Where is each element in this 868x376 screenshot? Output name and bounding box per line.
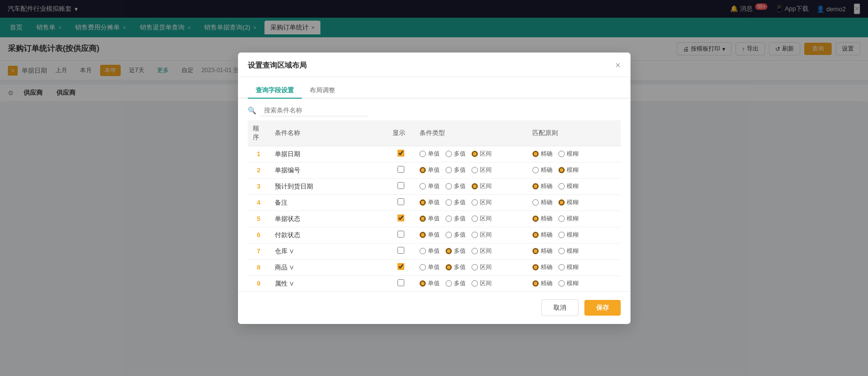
modal-header: 设置查询区域布局 ×: [238, 53, 631, 77]
modal-title: 设置查询区域布局: [248, 61, 307, 70]
modal-search-area: 🔍: [238, 99, 631, 106]
search-input[interactable]: [260, 105, 368, 106]
modal-tab-fields[interactable]: 查询字段设置: [248, 83, 302, 99]
modal-tabs: 查询字段设置 布局调整: [238, 77, 631, 99]
modal-dialog: 设置查询区域布局 × 查询字段设置 布局调整 🔍 顺序: [238, 53, 631, 106]
modal-close-button[interactable]: ×: [615, 60, 621, 71]
modal-tab-layout[interactable]: 布局调整: [302, 83, 343, 99]
modal-overlay: 设置查询区域布局 × 查询字段设置 布局调整 🔍 顺序: [0, 0, 868, 106]
